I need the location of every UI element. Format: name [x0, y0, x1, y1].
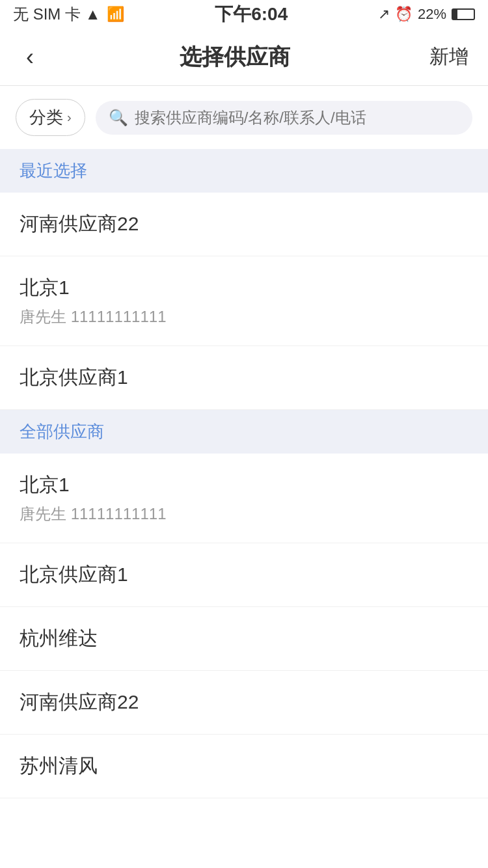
list-item[interactable]: 北京供应商1: [0, 543, 488, 607]
sim-label: 无 SIM 卡 ▲: [13, 4, 100, 25]
item-name: 北京供应商1: [20, 562, 468, 588]
all-section-header: 全部供应商: [0, 410, 488, 454]
category-button[interactable]: 分类 ›: [16, 99, 85, 136]
search-icon: 🔍: [109, 109, 128, 127]
wifi-icon: 📶: [107, 6, 124, 23]
battery-percent: 22%: [418, 6, 446, 23]
back-button[interactable]: ‹: [20, 37, 40, 77]
list-item[interactable]: 杭州维达: [0, 607, 488, 671]
item-name: 苏州清风: [20, 753, 468, 780]
chevron-right-icon: ›: [67, 110, 72, 125]
item-sub: 唐先生 11111111111: [20, 504, 468, 524]
item-name: 北京供应商1: [20, 364, 468, 391]
search-input[interactable]: [135, 109, 459, 127]
battery-icon: [452, 8, 475, 20]
location-icon: ↗: [378, 6, 390, 23]
recent-section-header: 最近选择: [0, 149, 488, 193]
add-button[interactable]: 新增: [429, 44, 468, 70]
item-name: 杭州维达: [20, 625, 468, 652]
item-name: 北京1: [20, 472, 468, 498]
list-item[interactable]: 北京供应商1: [0, 346, 488, 410]
all-list: 北京1唐先生 11111111111北京供应商1杭州维达河南供应商22苏州清风: [0, 454, 488, 798]
status-left: 无 SIM 卡 ▲ 📶: [13, 4, 124, 25]
list-item[interactable]: 苏州清风: [0, 735, 488, 798]
list-item[interactable]: 河南供应商22: [0, 193, 488, 256]
recent-list: 河南供应商22北京1唐先生 11111111111北京供应商1: [0, 193, 488, 410]
status-right: ↗ ⏰ 22%: [378, 6, 475, 23]
alarm-icon: ⏰: [395, 6, 413, 23]
search-box[interactable]: 🔍: [96, 101, 472, 135]
list-item[interactable]: 北京1唐先生 11111111111: [0, 454, 488, 543]
category-label: 分类: [29, 106, 63, 129]
page-title: 选择供应商: [180, 42, 290, 72]
all-section-label: 全部供应商: [20, 422, 104, 441]
nav-bar: ‹ 选择供应商 新增: [0, 29, 488, 86]
status-bar: 无 SIM 卡 ▲ 📶 下午6:04 ↗ ⏰ 22%: [0, 0, 488, 29]
filter-bar: 分类 › 🔍: [0, 86, 488, 149]
list-item[interactable]: 北京1唐先生 11111111111: [0, 256, 488, 346]
item-name: 北京1: [20, 275, 468, 301]
item-name: 河南供应商22: [20, 689, 468, 716]
list-item[interactable]: 河南供应商22: [0, 671, 488, 735]
item-sub: 唐先生 11111111111: [20, 306, 468, 327]
recent-section-label: 最近选择: [20, 161, 87, 180]
status-time: 下午6:04: [215, 2, 288, 27]
item-name: 河南供应商22: [20, 211, 468, 237]
